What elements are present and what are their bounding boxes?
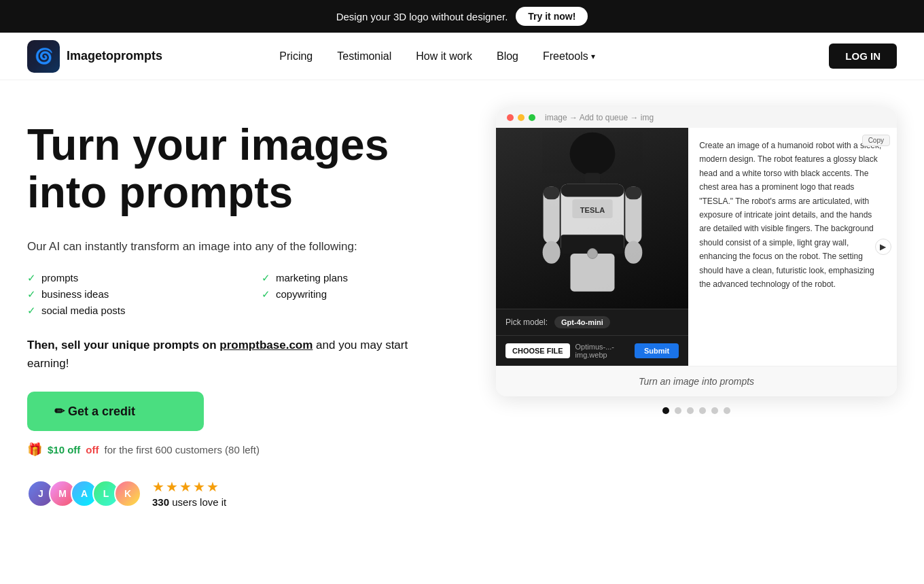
window-maximize-dot — [529, 114, 535, 121]
submit-button[interactable]: Submit — [635, 343, 679, 358]
svg-text:TESLA: TESLA — [580, 206, 604, 214]
copy-button[interactable]: Copy — [862, 135, 890, 146]
discount-row: 🎁 $10 off off for the first 600 customer… — [27, 442, 469, 457]
svg-point-12 — [624, 241, 642, 263]
robot-illustration: TESLA — [525, 130, 660, 307]
svg-rect-13 — [570, 254, 614, 292]
avatars-group: J M A L K — [27, 480, 141, 507]
hero-title: Turn your images into prompts — [27, 121, 469, 217]
check-icon: ✓ — [27, 272, 36, 284]
logo-icon: 🌀 — [27, 40, 60, 73]
hero-subtitle: Our AI can instantly transform an image … — [27, 237, 408, 256]
demo-footer: Turn an image into prompts — [496, 366, 897, 396]
feature-marketing: ✓ marketing plans — [262, 272, 469, 284]
feature-social: ✓ social media posts — [27, 305, 234, 317]
svg-rect-8 — [543, 187, 559, 200]
nav-testimonial[interactable]: Testimonial — [337, 50, 391, 63]
avatars-row: J M A L K ★★★★★ 330 users love it — [27, 479, 469, 508]
main-content: Turn your images into prompts Our AI can… — [0, 80, 924, 570]
check-icon: ✓ — [27, 288, 36, 300]
nav-pricing[interactable]: Pricing — [279, 50, 313, 63]
feature-business: ✓ business ideas — [27, 288, 234, 300]
nav-blog[interactable]: Blog — [497, 50, 518, 63]
review-count: 330 users love it — [152, 496, 226, 508]
choose-file-button[interactable]: CHOOSE FILE — [505, 343, 570, 358]
svg-point-11 — [542, 241, 560, 263]
feature-copywriting: ✓ copywriting — [262, 288, 469, 300]
avatar: K — [114, 480, 141, 507]
check-icon: ✓ — [27, 305, 36, 317]
svg-point-0 — [569, 133, 615, 175]
window-minimize-dot — [518, 114, 525, 121]
next-arrow-button[interactable]: ▶ — [875, 239, 891, 255]
main-nav: Pricing Testimonial How it work Blog Fre… — [279, 50, 594, 63]
robot-image: TESLA — [496, 128, 688, 309]
pagination-dot-3[interactable] — [687, 407, 694, 414]
demo-image-side: TESLA — [496, 128, 688, 366]
feature-prompts: ✓ prompts — [27, 272, 234, 284]
banner-text: Design your 3D logo without designer. — [336, 11, 508, 22]
pagination-dot-2[interactable] — [675, 407, 681, 414]
demo-container: image → Add to queue → img — [496, 107, 897, 414]
svg-point-14 — [587, 249, 597, 259]
try-now-button[interactable]: Try it now! — [516, 7, 588, 26]
get-credit-button[interactable]: ✏ Get a credit — [27, 392, 204, 431]
demo-card: image → Add to queue → img — [496, 107, 897, 396]
chevron-down-icon: ▾ — [591, 52, 595, 61]
nav-how-it-work[interactable]: How it work — [416, 50, 472, 63]
demo-prompt-side: Copy Create an image of a humanoid robot… — [688, 128, 897, 366]
star-icons: ★★★★★ — [152, 479, 226, 495]
pagination-dots — [496, 407, 897, 414]
check-icon: ✓ — [262, 288, 270, 300]
demo-file-row: CHOOSE FILE Optimus-...-img.webp Submit — [496, 335, 688, 366]
svg-rect-10 — [625, 187, 641, 200]
logo-link[interactable]: 🌀 Imagetoprompts — [27, 40, 162, 73]
login-button[interactable]: LOG IN — [829, 44, 897, 69]
nav-freetools[interactable]: Freetools ▾ — [543, 50, 595, 63]
file-name: Optimus-...-img.webp — [575, 343, 629, 359]
model-chip[interactable]: Gpt-4o-mini — [554, 316, 610, 328]
svg-rect-5 — [561, 184, 624, 197]
right-panel: image → Add to queue → img — [496, 107, 897, 570]
stars-section: ★★★★★ 330 users love it — [152, 479, 226, 508]
pick-model-label: Pick model: — [505, 317, 548, 327]
header: 🌀 Imagetoprompts Pricing Testimonial How… — [0, 33, 924, 80]
window-close-dot — [507, 114, 514, 121]
pagination-dot-1[interactable] — [662, 407, 669, 414]
pagination-dot-4[interactable] — [699, 407, 706, 414]
pagination-dot-6[interactable] — [724, 407, 730, 414]
demo-top-bar: image → Add to queue → img — [496, 107, 897, 128]
gift-icon: 🎁 — [27, 442, 42, 457]
prompt-text: Create an image of a humanoid robot with… — [699, 139, 886, 355]
demo-model-row: Pick model: Gpt-4o-mini — [496, 309, 688, 335]
demo-header-text: image → Add to queue → img — [545, 113, 654, 122]
top-banner: Design your 3D logo without designer. Tr… — [0, 0, 924, 33]
promptbase-link[interactable]: promptbase.com — [219, 339, 313, 351]
features-list: ✓ prompts ✓ marketing plans ✓ business i… — [27, 272, 469, 317]
check-icon: ✓ — [262, 272, 270, 284]
logo-text: Imagetoprompts — [67, 49, 162, 63]
left-panel: Turn your images into prompts Our AI can… — [27, 107, 469, 570]
demo-inner: TESLA — [496, 128, 897, 366]
cta-text: Then, sell your unique prompts on prompt… — [27, 336, 435, 373]
svg-rect-1 — [584, 173, 599, 184]
pagination-dot-5[interactable] — [711, 407, 718, 414]
